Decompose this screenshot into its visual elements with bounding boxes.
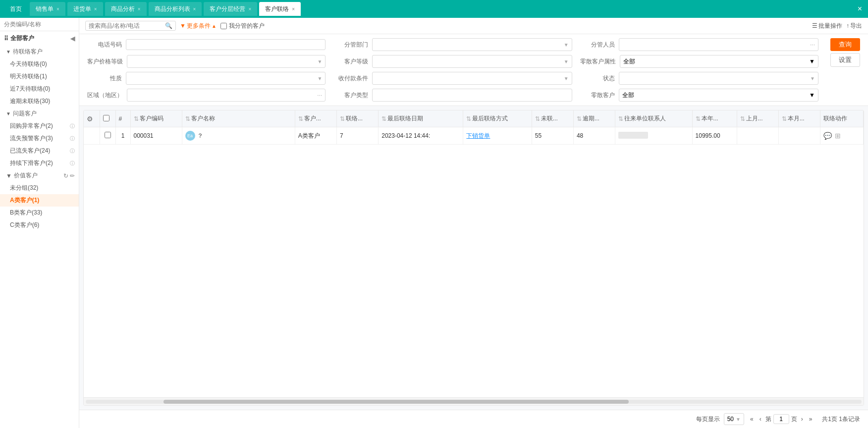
retail-attr-select[interactable]: 全部 ▼ <box>620 55 818 68</box>
page-size-select[interactable]: 50 ▼ <box>724 413 744 425</box>
nav-tab-goods-analysis[interactable]: 商品分析 × <box>105 2 147 16</box>
row-name-avatar: Ea <box>185 131 195 141</box>
nav-tab-goods-analysis-list-close[interactable]: × <box>193 6 196 12</box>
price-grade-select[interactable]: ▼ <box>127 55 326 68</box>
nav-tab-sales-close[interactable]: × <box>56 6 59 12</box>
sidebar-item-7days-pending[interactable]: 近7天待联络(0) <box>0 83 79 95</box>
col-type-header[interactable]: ⇅ 客户... <box>295 110 336 127</box>
status-select[interactable]: ▼ <box>619 72 818 85</box>
col-name-header[interactable]: ⇅ 客户名称 <box>182 110 295 127</box>
table-body: 1 000031 Ea ？ A类客户 7 2023-04-12 14:44: 下… <box>84 127 864 145</box>
row-action-chat-icon[interactable]: 💬 <box>823 132 832 140</box>
settings-button[interactable]: 设置 <box>830 53 860 67</box>
value-arrow-icon[interactable]: ▼ <box>6 172 12 179</box>
col-contact-header[interactable]: ⇅ 联络... <box>337 110 379 127</box>
sidebar-item-c-class[interactable]: C类客户(6) <box>0 219 79 231</box>
refresh-icon[interactable]: ↻ <box>63 172 68 179</box>
sidebar-item-churned[interactable]: 已流失客户(24)ⓘ <box>0 145 79 157</box>
sidebar-section-pending-contact[interactable]: ▼ 待联络客户 <box>0 46 79 58</box>
sidebar-item-tomorrow-pending[interactable]: 明天待联络(1) <box>0 70 79 83</box>
nav-tab-goods-analysis-list[interactable]: 商品分析列表 × <box>149 2 202 16</box>
row-last-method-link[interactable]: 下销货单 <box>466 132 490 139</box>
col-this-month-header[interactable]: ⇅ 本月... <box>778 110 820 127</box>
nav-tab-customer-contact-close[interactable]: × <box>292 6 295 12</box>
batch-op-label: 批量操作 <box>818 22 842 30</box>
row-action-grid-icon[interactable]: ⊞ <box>835 132 841 140</box>
table-scroll[interactable]: ⚙ # ⇅ 客户编码 <box>84 110 864 397</box>
value-customers-label: 价值客户 <box>14 171 38 180</box>
nav-tab-customer-contact[interactable]: 客户联络 × <box>259 2 301 16</box>
batch-op-button[interactable]: ☰ 批量操作 <box>812 22 842 30</box>
page-size-value: 50 <box>727 416 734 423</box>
col-code-header[interactable]: ⇅ 客户编码 <box>130 110 182 127</box>
sidebar-collapse-icon[interactable]: ◀ <box>70 35 75 42</box>
nav-tab-customer-segment-close[interactable]: × <box>248 6 251 12</box>
my-customers-checkbox[interactable]: 我分管的客户 <box>220 22 265 30</box>
prev-page-button[interactable]: ‹ <box>758 415 763 424</box>
row-checkbox[interactable] <box>105 132 111 138</box>
nature-select[interactable]: ▼ <box>126 72 326 85</box>
sidebar-item-repurchase-abnormal[interactable]: 回购异常客户(2)ⓘ <box>0 120 79 132</box>
close-all-button[interactable]: × <box>856 2 864 15</box>
page-size-arrow: ▼ <box>736 417 741 422</box>
nav-tab-customer-segment[interactable]: 客户分层经营 × <box>204 2 257 16</box>
sidebar-item-a-class[interactable]: A类客户(1) <box>0 194 79 207</box>
col-last-date-header[interactable]: ⇅ 最后联络日期 <box>379 110 463 127</box>
customer-type-select[interactable] <box>372 89 572 102</box>
sidebar-item-unclassified[interactable]: 未分组(32) <box>0 182 79 194</box>
region-dots[interactable]: ··· <box>317 92 322 99</box>
filter-search-icon[interactable]: 🔍 <box>165 22 172 29</box>
my-customers-check[interactable] <box>220 23 227 29</box>
query-button[interactable]: 查询 <box>830 38 860 51</box>
col-this-year-header[interactable]: ⇅ 本年... <box>692 110 737 127</box>
dept-select[interactable]: ▼ <box>372 38 572 51</box>
sidebar-search-input[interactable] <box>4 21 78 28</box>
row-company-contact <box>615 127 692 145</box>
scrollbar-thumb[interactable] <box>163 400 629 404</box>
manager-dots[interactable]: ··· <box>810 41 815 48</box>
page-number-input[interactable] <box>773 414 789 424</box>
nav-tab-home[interactable]: 首页 <box>4 2 28 16</box>
customer-grade-select[interactable]: ▼ <box>372 55 572 68</box>
sidebar-item-churn-warning[interactable]: 流失预警客户(3)ⓘ <box>0 132 79 145</box>
horizontal-scrollbar[interactable] <box>84 397 864 405</box>
retail-label: 零散客户 <box>580 91 615 100</box>
row-no-contact: 55 <box>532 127 573 145</box>
col-last-month-header[interactable]: ⇅ 上月... <box>737 110 778 127</box>
nav-tab-purchase[interactable]: 进货单 × <box>67 2 103 16</box>
nav-tab-sales[interactable]: 销售单 × <box>30 2 65 16</box>
table-gear-icon[interactable]: ⚙ <box>87 115 93 123</box>
col-last-method-header[interactable]: ⇅ 最后联络方式 <box>463 110 532 127</box>
sidebar-item-declining[interactable]: 持续下滑客户(2)ⓘ <box>0 157 79 169</box>
sidebar-section-problem-customers[interactable]: ▼ 问题客户 <box>0 107 79 120</box>
col-company-contact-header[interactable]: ⇅ 往来单位联系人 <box>615 110 692 127</box>
nav-tab-purchase-close[interactable]: × <box>94 6 97 12</box>
filter-more-conditions[interactable]: ▼ 更多条件 ▲ <box>180 22 217 30</box>
sidebar-item-today-pending[interactable]: 今天待联络(0) <box>0 58 79 70</box>
col-settings[interactable]: ⚙ <box>84 110 100 127</box>
sidebar-item-b-class[interactable]: B类客户(33) <box>0 207 79 219</box>
region-select[interactable]: ··· <box>127 89 326 102</box>
payment-select[interactable]: ▼ <box>372 72 572 85</box>
col-last-month-sort-icon: ⇅ <box>740 115 745 122</box>
row-this-month <box>778 127 820 145</box>
col-overdue-header[interactable]: ⇅ 逾期... <box>573 110 615 127</box>
nav-tab-customer-contact-label: 客户联络 <box>265 5 289 13</box>
next-page-button[interactable]: › <box>799 415 805 424</box>
first-page-button[interactable]: « <box>748 415 756 424</box>
edit-icon[interactable]: ✏ <box>70 172 75 179</box>
filter-field-status: 状态 ▼ <box>580 72 826 85</box>
toolbar-right: ☰ 批量操作 ↑ 导出 <box>812 22 862 30</box>
value-customers-actions: ↻ ✏ <box>63 172 75 179</box>
phone-input[interactable] <box>126 39 326 50</box>
nav-tab-goods-analysis-close[interactable]: × <box>138 6 141 12</box>
retail-select[interactable]: 全部 ▼ <box>619 89 818 102</box>
sidebar-item-overdue-pending[interactable]: 逾期未联络(30) <box>0 95 79 107</box>
manager-select[interactable]: ··· <box>619 38 818 51</box>
select-all-checkbox[interactable] <box>103 115 109 121</box>
filter-icon: ▼ <box>180 22 186 29</box>
col-no-contact-header[interactable]: ⇅ 未联... <box>532 110 573 127</box>
last-page-button[interactable]: » <box>807 415 814 424</box>
filter-search-input[interactable] <box>89 22 163 29</box>
export-button[interactable]: ↑ 导出 <box>846 22 862 30</box>
